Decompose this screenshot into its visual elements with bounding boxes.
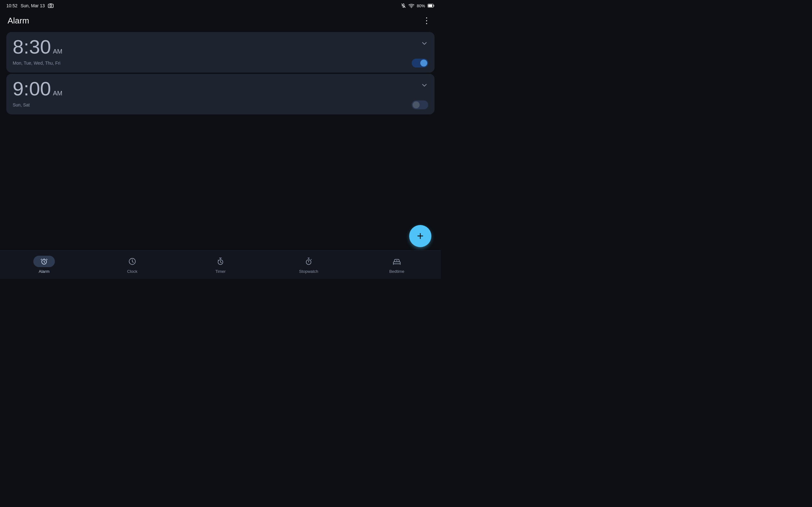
mute-icon: [401, 3, 406, 8]
tab-alarm[interactable]: Alarm: [0, 256, 88, 274]
svg-point-1: [50, 5, 52, 7]
toggle-thumb-1: [420, 60, 427, 66]
alarm-expand-button-2[interactable]: [420, 81, 428, 91]
add-alarm-fab[interactable]: +: [409, 225, 432, 247]
tab-stopwatch-icon-wrapper: [298, 256, 319, 267]
tab-timer-label: Timer: [215, 269, 226, 274]
tab-clock-icon-wrapper: [121, 256, 143, 267]
alarm-toggle-1[interactable]: [412, 59, 428, 67]
fab-plus-icon: +: [417, 230, 423, 242]
alarm-card-bottom-1: Mon, Tue, Wed, Thu, Fri: [13, 59, 428, 67]
status-bar: 10:52 Sun, Mar 13 80%: [0, 0, 441, 11]
tab-alarm-icon-wrapper: [33, 256, 55, 267]
bottom-navigation: Alarm Clock Timer: [0, 250, 441, 279]
wifi-icon: [409, 3, 414, 8]
tab-bedtime[interactable]: Bedtime: [353, 256, 441, 274]
svg-point-2: [411, 7, 412, 8]
svg-rect-0: [48, 4, 53, 8]
alarm-toggle-2[interactable]: [412, 101, 428, 109]
alarm-expand-button-1[interactable]: [420, 40, 428, 49]
alarm-time-1: 8:30 AM: [13, 37, 62, 57]
status-right: 80%: [401, 3, 435, 8]
tab-timer-icon-wrapper: [210, 256, 231, 267]
tab-clock[interactable]: Clock: [88, 256, 176, 274]
alarm-card-top-1: 8:30 AM: [13, 37, 428, 57]
tab-alarm-label: Alarm: [39, 269, 49, 274]
tab-stopwatch[interactable]: Stopwatch: [264, 256, 353, 274]
status-time: 10:52: [6, 3, 17, 8]
status-left: 10:52 Sun, Mar 13: [6, 3, 54, 8]
svg-rect-4: [428, 4, 432, 7]
alarm-card-1[interactable]: 8:30 AM Mon, Tue, Wed, Thu, Fri: [6, 32, 435, 72]
tab-bedtime-icon-wrapper: [386, 256, 408, 267]
stopwatch-icon: [305, 257, 313, 266]
alarm-hour-1: 8:30: [13, 37, 51, 57]
tab-timer[interactable]: Timer: [176, 256, 264, 274]
alarm-days-1: Mon, Tue, Wed, Thu, Fri: [13, 60, 60, 66]
alarm-time-2: 9:00 AM: [13, 79, 62, 99]
toggle-thumb-2: [413, 101, 420, 108]
tab-stopwatch-label: Stopwatch: [299, 269, 318, 274]
alarm-card-top-2: 9:00 AM: [13, 79, 428, 99]
tab-bedtime-label: Bedtime: [389, 269, 404, 274]
alarm-days-2: Sun, Sat: [13, 102, 30, 107]
alarm-list: 8:30 AM Mon, Tue, Wed, Thu, Fri 9:00 AM: [0, 32, 441, 114]
bedtime-icon: [393, 257, 401, 266]
timer-icon: [216, 257, 224, 266]
alarm-card-2[interactable]: 9:00 AM Sun, Sat: [6, 74, 435, 114]
overflow-menu-button[interactable]: ⋮: [420, 14, 433, 27]
clock-icon: [128, 257, 136, 266]
alarm-period-1: AM: [53, 48, 62, 55]
alarm-card-bottom-2: Sun, Sat: [13, 101, 428, 109]
alarm-hour-2: 9:00: [13, 79, 51, 99]
page-title: Alarm: [8, 16, 29, 26]
status-date: Sun, Mar 13: [20, 3, 45, 8]
battery-icon: [427, 4, 435, 8]
header: Alarm ⋮: [0, 11, 441, 32]
photo-icon: [48, 3, 54, 8]
alarm-clock-icon: [40, 257, 48, 266]
tab-clock-label: Clock: [127, 269, 138, 274]
alarm-period-2: AM: [53, 90, 62, 97]
battery-level: 80%: [417, 3, 425, 8]
